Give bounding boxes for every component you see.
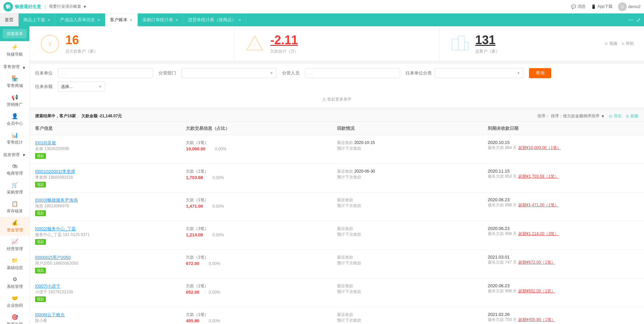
minimize-icon[interactable]: — [628,17,634,23]
tab-close-icon[interactable]: ✕ [238,18,241,22]
customer-id: [0016] [35,140,47,145]
sidebar-item-purchase[interactable]: 🛒 采购管理 [0,179,29,198]
arrow-icon: ▼ [22,153,26,157]
overdue-link[interactable]: 超期¥1,214.00（3笔） [518,231,559,236]
company-selector[interactable]: 母婴行业演示账套 ▼ [49,4,87,9]
export-button[interactable]: ⊙ 导出 [609,113,622,119]
sidebar-item-operations[interactable]: 📈 经营管理 [0,236,29,255]
sidebar-item-member[interactable]: 👤 会员中心 [0,110,29,129]
logo-text: 畅捷通好生意 [15,4,41,10]
customer-info-cell: [0002]服务中心_丁磊 服务中心_丁磊 181 0125 8371 现款 [35,226,186,245]
customer-info-cell: [0006]云下粮仓 陈小希 现款 [35,312,186,324]
search-menu-btn[interactable]: 搜索菜单 [3,29,27,38]
collapse-button[interactable]: ⋀ 收起更多条件 [323,96,352,102]
user-menu[interactable]: D demo2 [618,2,641,11]
dept-label: 分管部门 [159,70,179,76]
tab-close-icon[interactable]: ✕ [47,18,50,22]
newbie-icon: 🎯 [11,314,18,320]
customer-name-link[interactable]: [0002]服务中心_丁磊 [35,226,76,231]
debt-amount: 1,703.68 [186,175,203,180]
sidebar-item-inventory[interactable]: 📋 库存核算 [0,198,29,217]
sidebar-item-retail-store[interactable]: 🏪 零售商城 [0,72,29,91]
overdue-link[interactable]: 超期¥455.90（1笔） [518,317,555,322]
stat-info-debt: 16 总欠款客户（家） [65,33,98,54]
table-row: [000002]用户2050 用户2050 18665062050 现款 欠款（… [30,250,644,278]
sidebar-item-retail-mgmt[interactable]: 零售管理 ▲ [0,61,29,72]
debt-ratio: 0.00% [213,175,224,180]
video-link[interactable]: ⊙ 视频 [605,41,617,47]
tab-inbound-stats[interactable]: 进货单统计表（按商品） ✕ [183,13,246,26]
stat-card-debt-total: ! -2.11 欠款合计（万） [234,26,439,61]
expire-cell: 2020.11.15 最长欠款 853 天 超期¥1,703.68（1笔） [488,169,639,179]
expire-cell: 2021.02.26 最长欠款 750 天 超期¥455.90（1笔） [488,312,639,323]
debt-amount: 1,471.00 [186,204,203,209]
debt-info-cell: 欠款（1笔） 10,000.00 0.00% [186,140,337,151]
unit-category-select[interactable]: ▼ [435,68,524,78]
customer-name-link[interactable]: [0003]畅捷服务尹海燕 [35,198,78,203]
customer-name-link[interactable]: [0001020001]李老师 [35,169,75,174]
tab-purchase-stats[interactable]: 采购订单统计表 ✕ [138,13,183,26]
message-btn[interactable]: 💬 消息 [571,4,586,9]
tab-home[interactable]: 首页 [0,13,19,26]
tab-products-off[interactable]: 商品上下架 ✕ [19,13,55,26]
sidebar-item-batch-mgmt[interactable]: 批发管理 ▼ [0,149,29,160]
sidebar-item-enterprise-collab[interactable]: 🤝 企业协同 [0,292,29,311]
collection-cell: 最近收款 预计下次收款 [337,312,488,323]
stat-card-total-customers: 131 总客户（家） ⊙ 视频 ⊙ 帮助 [440,26,644,61]
inventory-icon: 📋 [11,201,18,207]
manager-input[interactable]: ... [305,68,400,78]
debt-total-number: -2.11 [270,33,299,47]
sidebar-item-marketing[interactable]: 📢 营销推广 [0,91,29,110]
customer-contact: 吴俊 13026203696 [35,146,186,152]
sidebar-item-system[interactable]: ⚙ 系统管理 [0,273,29,292]
tab-close-icon[interactable]: ✕ [130,18,133,22]
sidebar-item-ecommerce[interactable]: 🛍 电商管理 [0,160,29,179]
table-row: [0006]云下粮仓 陈小希 现款 欠款（1笔） 455.90 0.00% 最近… [30,307,644,324]
tab-customer-account[interactable]: 客户账本 ✕ [105,13,138,26]
svg-rect-5 [458,36,465,50]
search-button[interactable]: 查询 [529,68,551,78]
payment-tag: 现款 [35,296,46,302]
tab-production-history[interactable]: 产成品入库单历史 ✕ [55,13,105,26]
debt-ratio: 0.00% [209,261,220,266]
sidebar-item-basic-info[interactable]: 📁 基础信息 [0,255,29,273]
customer-name-link[interactable]: [000002]用户2050 [35,255,71,260]
system-icon: ⚙ [12,276,17,283]
dept-select[interactable]: ▼ [181,68,277,78]
sidebar-item-finance[interactable]: 💰 资金管理 [0,217,29,236]
unit-category-label: 往来单位分类 [405,70,432,76]
debt-total-icon: ! [245,34,265,54]
overdue-link[interactable]: 超期¥1,471.00（1笔） [518,203,559,207]
debt-count: 欠款（1笔） [186,284,208,288]
col-expire-date: 到期未收款日期 [488,125,639,131]
sidebar-item-newbie[interactable]: 🎯 新手引导 [0,311,29,324]
customer-name-link[interactable]: [0006]云下粮仓 [35,312,65,317]
maximize-icon[interactable]: ⤢ [636,17,641,23]
data-table: 客户信息 欠款交易信息（占比） 回款情况 到期未收款日期 [0016]吴俊 吴俊… [30,122,644,324]
sidebar-item-quick-nav[interactable]: ⚡ 快捷导航 [0,41,29,60]
refresh-icon: ⊙ [626,114,629,119]
overdue-link[interactable]: 超期¥10,000.00（1笔） [518,145,561,150]
balance-select[interactable]: 选择... ▼ [58,82,105,92]
app-download-btn[interactable]: 📱 App下载 [591,4,613,9]
avatar: D [618,2,627,11]
tab-close-icon[interactable]: ✕ [175,18,178,22]
sidebar-item-retail-stats[interactable]: 📊 零售统计 [0,129,29,148]
overdue-link[interactable]: 超期¥1,703.68（1笔） [518,174,559,179]
retail-store-icon: 🏪 [11,75,18,82]
customer-unit-input[interactable]: ... [58,68,153,78]
customer-name-link[interactable]: [0007]小进千 [35,284,60,289]
sort-selector[interactable]: 排序： 排序：按欠款金额倒序排序 ▼ [537,113,605,119]
refresh-button[interactable]: ⊙ 刷新 [626,113,639,119]
debt-total-label: 欠款合计（万） [270,49,299,54]
tab-close-icon[interactable]: ✕ [97,18,100,22]
overdue-link[interactable]: 超期¥672.00（1笔） [518,260,555,265]
sidebar: 搜索菜单 ⚡ 快捷导航 零售管理 ▲ 🏪 零售商城 📢 营销推广 👤 会员中心 … [0,26,30,324]
debt-customers-icon: ¥ [40,34,60,54]
customer-name-link[interactable]: [0016]吴俊 [35,140,56,145]
chevron-down-icon: ▼ [270,71,274,76]
overdue-link[interactable]: 超期¥652.00（1笔） [518,289,555,293]
debt-amount: 10,000.00 [186,146,205,151]
help-link[interactable]: ⊙ 帮助 [621,41,634,47]
debt-ratio: 0.00% [215,147,226,151]
